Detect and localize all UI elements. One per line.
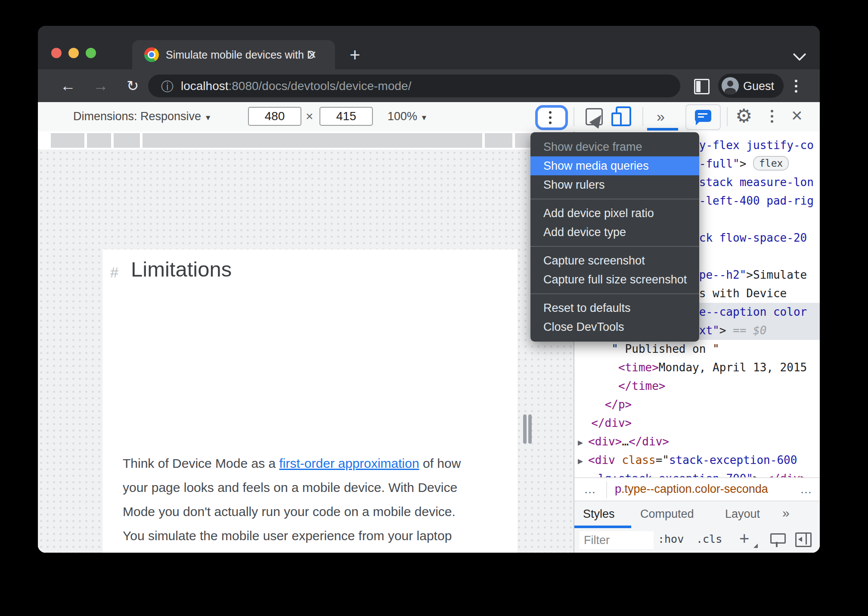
toggle-device-toolbar-icon[interactable] [611,106,631,126]
site-info-icon[interactable]: ⓘ [161,78,174,96]
code-token: </p> [605,398,632,411]
breadcrumb-divider [606,482,607,498]
toolbar-divider [574,107,574,126]
caret-down-icon: ▼ [421,114,428,122]
toggle-hover-state-button[interactable]: :hov [658,533,684,545]
toggle-class-button[interactable]: .cls [696,533,722,545]
media-query-segment[interactable] [485,133,512,148]
settings-gear-icon[interactable]: ⚙ [735,106,752,126]
menu-item[interactable]: Show rulers [530,175,699,194]
breadcrumb-item[interactable]: p.type--caption.color-seconda [615,482,768,496]
code-line[interactable]: " Published on " [574,340,820,358]
side-panel-icon[interactable] [694,79,710,94]
viewport-resize-handle-right[interactable] [523,414,527,444]
code-token: </div> [591,417,632,429]
profile-button[interactable]: Guest [718,74,784,98]
feedback-icon [695,110,711,122]
browser-menu-icon[interactable] [795,80,797,95]
traffic-light-zoom[interactable] [86,48,96,58]
viewport-height-input[interactable] [319,107,373,126]
code-token: " Published on " [578,342,719,355]
code-line[interactable]: </div> [574,414,820,432]
menu-item[interactable]: Add device pixel ratio [530,204,699,223]
devtools-menu-icon[interactable] [771,110,773,125]
expand-arrow-icon[interactable]: ▶ [578,437,588,448]
code-line[interactable]: <time>Monday, April 13, 2015 [574,358,820,377]
code-token: >Simulate [746,268,807,281]
back-button[interactable]: ← [60,75,76,96]
breadcrumb-more-right[interactable]: … [800,482,813,496]
expand-arrow-icon[interactable]: ▶ [578,456,588,466]
styles-filter-input[interactable] [580,531,654,549]
more-panels-icon[interactable]: » [657,108,665,125]
chevron-down-icon[interactable] [793,47,806,61]
traffic-light-minimize[interactable] [68,48,79,58]
article-text: Think of Device Mode as a [123,456,279,470]
menu-item[interactable]: Reset to defaults [530,299,699,317]
new-style-rule-icon[interactable]: + [739,529,749,548]
device-mode-options-button[interactable] [535,105,568,130]
inspect-element-icon[interactable] [586,108,603,125]
browser-tab[interactable]: Simulate mobile devices with D × [132,40,335,69]
address-bar: ← → ↻ ⓘ localhost:8080/docs/devtools/dev… [38,69,820,102]
media-query-segment[interactable] [143,133,482,148]
menu-item[interactable]: Show media queries [530,156,699,175]
media-query-segment[interactable] [51,133,84,148]
code-line[interactable]: ▶ <div class="stack-exception-600 [574,451,820,470]
menu-separator [530,199,699,199]
menu-item[interactable]: Add device type [530,223,699,242]
breadcrumb-more-left[interactable]: … [584,482,597,496]
article-text-line: You simulate the mobile user experience … [123,529,452,543]
code-token [578,398,605,411]
code-token [578,472,598,477]
flex-badge[interactable]: flex [753,156,789,171]
more-sidebar-tabs-icon[interactable]: » [782,506,790,520]
omnibox[interactable]: ⓘ localhost:8080/docs/devtools/device-mo… [148,75,680,97]
new-tab-button[interactable]: + [350,46,360,64]
new-style-rule-caret [753,544,758,548]
rendering-emulation-icon[interactable] [770,533,786,544]
forward-button[interactable]: → [93,75,108,96]
code-line[interactable]: ▶ <div>…</div> [574,432,820,451]
feedback-button[interactable] [685,104,721,130]
sidebar-tabs: Styles Computed Layout » [574,501,820,528]
code-token: stack-exception-600 [669,454,797,467]
media-query-segment[interactable] [87,133,111,148]
traffic-light-close[interactable] [51,48,62,58]
code-token: <div [588,454,622,467]
dimensions-dropdown[interactable]: Dimensions: Responsive ▼ [73,110,211,123]
close-devtools-icon[interactable]: × [791,105,803,126]
toolbar-divider [642,107,643,126]
menu-item[interactable]: Capture full size screenshot [530,270,699,289]
code-token [578,361,618,374]
browser-window: Simulate mobile devices with D × + ← → ↻… [38,26,820,553]
reload-button[interactable]: ↻ [127,75,139,96]
code-token [578,380,618,392]
code-token [578,417,591,429]
article-text: your page looks and feels on a mobile de… [123,480,457,495]
url-host: localhost [181,79,229,93]
viewport-resize-handle-right[interactable] [528,414,532,444]
tab-layout[interactable]: Layout [725,507,760,521]
code-token: <div> [588,435,622,448]
media-query-segment[interactable] [114,133,140,148]
viewport-width-input[interactable] [248,107,301,126]
code-line[interactable]: </time> [574,377,820,395]
heading-anchor[interactable]: # [110,264,118,281]
menu-item[interactable]: Close DevTools [530,317,699,336]
code-line[interactable]: lg:stack-exception-700">…</div> [574,470,820,477]
menu-item[interactable]: Show device frame [530,137,699,156]
zoom-dropdown[interactable]: 100% ▼ [388,110,428,123]
toggle-sidebar-icon[interactable] [795,532,812,547]
url-text[interactable]: localhost:8080/docs/devtools/device-mode… [181,79,411,93]
article-link[interactable]: first-order approximation [279,456,419,470]
device-viewport: # Limitations Think of Device Mode as a … [38,131,574,553]
tab-computed[interactable]: Computed [640,507,694,521]
menu-item[interactable]: Capture screenshot [530,251,699,270]
code-token: … [760,472,767,477]
code-token: </div> [766,472,807,477]
tab-styles[interactable]: Styles [583,507,615,521]
tab-close-icon[interactable]: × [308,46,316,62]
article-text: Mode you don't actually run your code on… [123,504,456,519]
code-line[interactable]: </p> [574,395,820,414]
